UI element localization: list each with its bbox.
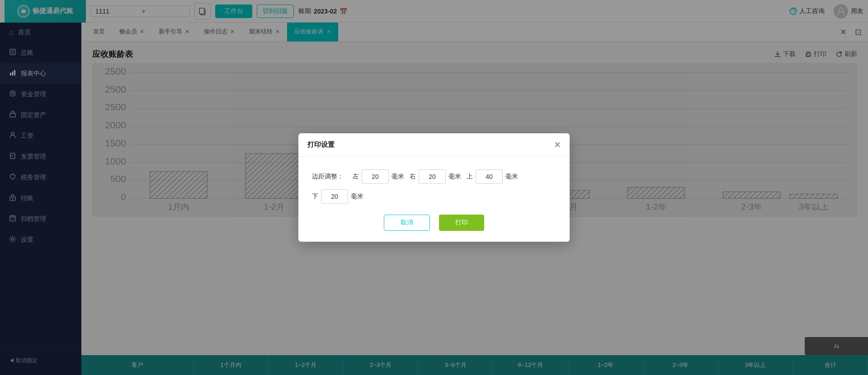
left-label: 左 [353,173,359,181]
right-margin-input[interactable] [419,169,446,184]
modal-body: 边距调整： 左 毫米 右 毫米 上 毫米 下 [298,157,570,215]
bottom-unit: 毫米 [351,192,363,201]
right-unit: 毫米 [448,173,461,181]
margin-row: 边距调整： 左 毫米 右 毫米 上 毫米 下 [312,169,556,204]
print-confirm-button[interactable]: 打印 [439,215,484,231]
margin-left-group: 左 毫米 [353,169,404,184]
left-margin-input[interactable] [362,169,389,184]
modal-header: 打印设置 ✕ [298,133,570,157]
margin-bottom-group: 下 毫米 [312,189,363,204]
modal-overlay: 打印设置 ✕ 边距调整： 左 毫米 右 毫米 上 毫米 [0,0,868,375]
margin-top-group: 上 毫米 [467,169,518,184]
right-label: 右 [410,173,416,181]
modal-close-button[interactable]: ✕ [554,141,561,149]
bottom-label: 下 [312,192,318,201]
modal-title: 打印设置 [307,141,335,149]
top-unit: 毫米 [505,173,518,181]
print-settings-modal: 打印设置 ✕ 边距调整： 左 毫米 右 毫米 上 毫米 [298,133,570,242]
top-label: 上 [467,173,473,181]
margin-label: 边距调整： [312,173,344,181]
top-margin-input[interactable] [476,169,503,184]
margin-right-group: 右 毫米 [410,169,461,184]
cancel-button[interactable]: 取消 [384,215,430,231]
modal-footer: 取消 打印 [298,215,570,242]
left-unit: 毫米 [392,173,404,181]
bottom-margin-input[interactable] [321,189,348,204]
